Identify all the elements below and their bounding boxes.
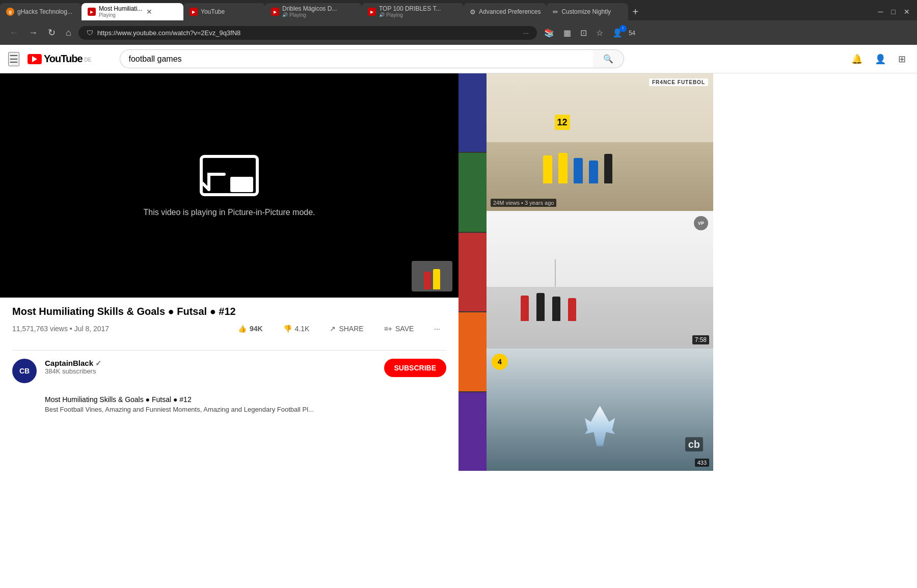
player-red-1 xyxy=(521,296,529,321)
tab-playing-badge: Most Humiliati... Playing xyxy=(99,6,142,18)
youtube-logo-text: YouTube xyxy=(44,53,83,65)
share-button[interactable]: ↗ SHARE xyxy=(323,322,369,336)
tab-customize-nightly[interactable]: ✏ Customize Nightly xyxy=(547,3,628,20)
svg-rect-1 xyxy=(230,177,253,192)
video-2-duration: 7:58 xyxy=(692,335,709,344)
jersey-number: 12 xyxy=(555,115,570,130)
video-1-thumbnail: FR4NCE FUTEBOL 12 xyxy=(487,73,713,211)
library-button[interactable]: 📚 xyxy=(541,26,557,40)
address-field[interactable]: 🛡 https://www.youtube.com/watch?v=2Evz_9… xyxy=(78,26,537,40)
minimize-button[interactable]: ─ xyxy=(875,6,886,18)
tab-advanced-label: Advanced Preferences xyxy=(479,8,541,15)
dislike-button[interactable]: 👎 4.1K xyxy=(277,322,316,336)
clock-area: 54 xyxy=(629,28,635,37)
video-3-thumbnail: 4 cb 433 xyxy=(487,349,713,471)
france-futebol-badge: FR4NCE FUTEBOL xyxy=(649,78,708,86)
save-button[interactable]: ≡+ SAVE xyxy=(378,322,420,336)
vitor-productions-badge: VP xyxy=(694,216,708,230)
publish-date: Jul 8, 2017 xyxy=(74,325,110,333)
channel-name-row: CaptainBlack ✓ xyxy=(45,359,376,367)
youtube-logo[interactable]: YouTube DE xyxy=(28,53,91,65)
court-line-1 xyxy=(555,259,556,287)
maximize-button[interactable]: □ xyxy=(888,6,899,18)
tab-ghacks[interactable]: g gHacks Technolog... xyxy=(0,3,82,20)
forward-button[interactable]: → xyxy=(25,25,41,40)
refresh-button[interactable]: ↻ xyxy=(45,25,59,40)
hamburger-menu-button[interactable]: ☰ xyxy=(8,52,19,66)
sidebar-video-1[interactable]: FR4NCE FUTEBOL 12 24M views • 3 years ag… xyxy=(487,73,713,211)
extensions-icon: ··· xyxy=(523,29,529,37)
reader-view-button[interactable]: ⊡ xyxy=(577,26,590,40)
more-actions-button[interactable]: ··· xyxy=(428,322,446,336)
sidebar-button[interactable]: ▦ xyxy=(560,26,574,40)
tab-dribles-label: Dribles Mágicos D... xyxy=(282,6,337,12)
tab-youtube-label: YouTube xyxy=(201,8,259,15)
captainblack-logo: cb xyxy=(685,439,703,450)
video-description-area: Most Humiliating Skills & Goals ● Futsal… xyxy=(0,395,459,421)
dislike-icon: 👎 xyxy=(283,325,292,333)
share-label: SHARE xyxy=(339,325,363,333)
close-window-button[interactable]: ✕ xyxy=(901,6,913,18)
like-icon: 👍 xyxy=(238,325,247,333)
dislike-count: 4.1K xyxy=(295,325,310,333)
video-2-thumbnail: VP xyxy=(487,211,713,349)
sidebar-video-2[interactable]: VP 7:58 xyxy=(487,211,713,349)
like-button[interactable]: 👍 94K xyxy=(232,322,269,336)
tab-most-humiliating-subtitle: Playing xyxy=(99,12,142,18)
more-icon: ··· xyxy=(434,325,440,333)
add-tab-button[interactable]: + xyxy=(628,3,642,20)
strip-thumb-2[interactable] xyxy=(459,153,487,232)
strip-thumb-1[interactable] xyxy=(459,73,487,153)
player-black-2 xyxy=(552,297,560,321)
notifications-button[interactable]: 🔔 xyxy=(848,51,866,67)
video-actions: 👍 94K 👎 4.1K ↗ SHARE ≡+ xyxy=(232,322,446,336)
strip-thumb-5[interactable] xyxy=(459,392,487,471)
pip-message: This video is playing in Picture-in-Pict… xyxy=(143,208,315,217)
tab-dribles-subtitle: 🔊Playing xyxy=(282,12,337,18)
video-description-sub: Best Football Vines, Amazing and Funnies… xyxy=(45,406,446,413)
grid-apps-button[interactable]: ⊞ xyxy=(895,51,909,67)
address-bar: ← → ↻ ⌂ 🛡 https://www.youtube.com/watch?… xyxy=(0,20,917,45)
player-blue-1 xyxy=(574,158,583,183)
user-account-button[interactable]: 👤 xyxy=(872,51,889,67)
youtube-page: ☰ YouTube DE 🔍 🔔 👤 ⊞ xyxy=(0,45,917,471)
subscribe-button[interactable]: SUBSCRIBE xyxy=(384,359,446,377)
main-content: This video is playing in Picture-in-Pict… xyxy=(0,73,917,471)
player-yellow-1 xyxy=(543,155,552,183)
ice-explosion xyxy=(585,406,615,446)
video-section: This video is playing in Picture-in-Pict… xyxy=(0,73,459,471)
bookmark-star-button[interactable]: ☆ xyxy=(593,26,606,40)
save-label: SAVE xyxy=(395,325,414,333)
tab-youtube[interactable]: ▶ YouTube xyxy=(183,3,265,20)
share-icon: ↗ xyxy=(330,325,336,333)
search-button[interactable]: 🔍 xyxy=(593,49,624,68)
sidebar-video-3[interactable]: 4 cb 433 xyxy=(487,349,713,471)
video-info: Most Humiliating Skills & Goals ● Futsal… xyxy=(0,298,459,350)
tab-most-humiliating[interactable]: ▶ Most Humiliati... Playing ✕ xyxy=(82,3,183,20)
player-red-2 xyxy=(568,298,576,321)
rank-badge: 4 xyxy=(492,354,508,370)
tab-top100[interactable]: ▶ TOP 100 DRIBLES T... 🔊Playing xyxy=(362,3,464,20)
player-blue-2 xyxy=(589,161,598,183)
home-button[interactable]: ⌂ xyxy=(63,25,74,40)
channel-name-text: CaptainBlack xyxy=(45,359,93,367)
tab-dribles[interactable]: ▶ Dribles Mágicos D... 🔊Playing xyxy=(265,3,362,20)
like-count: 94K xyxy=(250,325,263,333)
sidebar-left-strip xyxy=(459,73,487,471)
back-button[interactable]: ← xyxy=(6,25,21,40)
video-description: Most Humiliating Skills & Goals ● Futsal… xyxy=(45,395,446,404)
channel-avatar[interactable]: CB xyxy=(12,359,37,383)
youtube-logo-icon xyxy=(28,54,42,64)
video-title: Most Humiliating Skills & Goals ● Futsal… xyxy=(12,306,446,317)
players-group xyxy=(543,153,612,183)
strip-thumb-3[interactable] xyxy=(459,233,487,312)
sidebar: FR4NCE FUTEBOL 12 24M views • 3 years ag… xyxy=(459,73,713,471)
tab-top100-label: TOP 100 DRIBLES T... xyxy=(379,6,441,12)
search-input[interactable] xyxy=(120,49,592,68)
strip-thumb-4[interactable] xyxy=(459,312,487,392)
video-meta: 11,571,763 views • Jul 8, 2017 👍 94K 👎 4… xyxy=(12,322,446,336)
tab-close-button[interactable]: ✕ xyxy=(145,7,153,17)
video-player[interactable]: This video is playing in Picture-in-Pict… xyxy=(0,73,459,298)
tab-advanced-preferences[interactable]: ⚙ Advanced Preferences xyxy=(464,3,547,20)
toolbar-right: 📚 ▦ ⊡ ☆ 👤 ! 54 xyxy=(541,26,635,40)
